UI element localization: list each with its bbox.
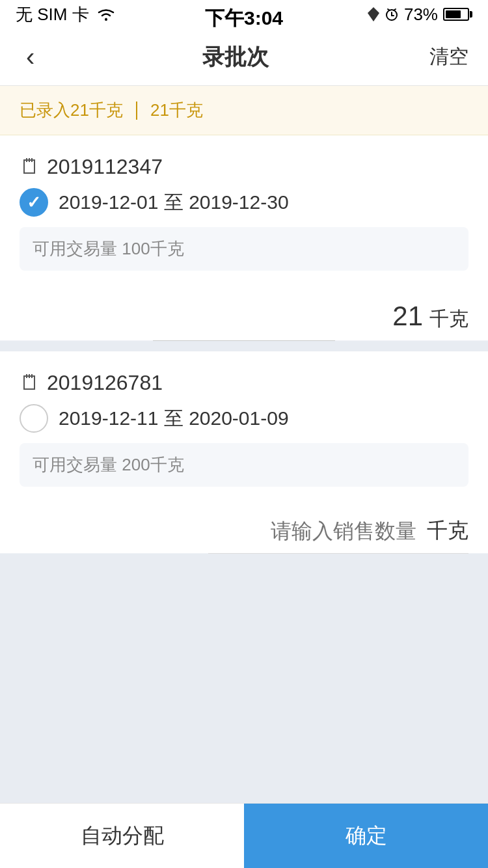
recorded-value: 21千克 [150, 99, 203, 122]
svg-line-4 [388, 9, 390, 10]
batch1-header: 🗒 2019112347 [20, 155, 468, 179]
clear-button[interactable]: 清空 [429, 44, 468, 70]
status-time: 下午3:04 [205, 5, 283, 32]
recorded-label: 已录入21千克 [20, 99, 123, 122]
battery-percent: 73% [404, 5, 438, 25]
confirm-button[interactable]: 确定 [244, 804, 488, 868]
status-right: 73% [368, 5, 472, 25]
batch1-date-row: 2019-12-01 至 2019-12-30 [20, 188, 468, 217]
info-banner: 已录入21千克 21千克 [0, 86, 488, 135]
batch2-available: 可用交易量 200千克 [33, 455, 184, 474]
svg-line-5 [394, 9, 396, 10]
batch1-available-box: 可用交易量 100千克 [20, 227, 468, 271]
bottom-bar: 自动分配 确定 [0, 803, 488, 868]
batch1-id: 2019112347 [47, 155, 163, 179]
batch2-id: 2019126781 [47, 371, 163, 395]
batch1-amount-unit: 千克 [429, 306, 468, 332]
batch2-qty-input[interactable] [208, 519, 416, 543]
back-button[interactable]: ‹ [20, 36, 41, 78]
banner-divider [136, 102, 137, 120]
status-left: 无 SIM 卡 [16, 3, 116, 26]
page-title: 录批次 [202, 42, 269, 72]
batch1-card: 🗒 2019112347 2019-12-01 至 2019-12-30 可用交… [0, 135, 488, 290]
batch2-input-row: 千克 [0, 506, 488, 553]
batch2-icon: 🗒 [20, 371, 40, 395]
batch1-amount-value: 21 [392, 301, 423, 332]
batch2-available-box: 可用交易量 200千克 [20, 443, 468, 487]
batch2-unit: 千克 [427, 517, 468, 545]
batch1-amount-row: 21 千克 [0, 290, 488, 340]
section-divider-1 [0, 341, 488, 351]
batch1-date: 2019-12-01 至 2019-12-30 [59, 189, 289, 216]
nav-bar: ‹ 录批次 清空 [0, 29, 488, 86]
batch2-date: 2019-12-11 至 2020-01-09 [59, 405, 289, 432]
svg-point-0 [105, 18, 107, 21]
batch1-radio[interactable] [20, 188, 48, 217]
carrier-text: 无 SIM 卡 [16, 3, 89, 26]
batch2-card: 🗒 2019126781 2019-12-11 至 2020-01-09 可用交… [0, 351, 488, 506]
batch1-available: 可用交易量 100千克 [33, 239, 184, 258]
page-content: 🗒 2019112347 2019-12-01 至 2019-12-30 可用交… [0, 135, 488, 868]
wifi-icon [96, 7, 116, 21]
batch2-radio[interactable] [20, 404, 48, 433]
location-icon [368, 7, 379, 21]
auto-distribute-button[interactable]: 自动分配 [0, 804, 244, 868]
batch1-icon: 🗒 [20, 155, 40, 179]
batch2-header: 🗒 2019126781 [20, 371, 468, 395]
status-bar: 无 SIM 卡 下午3:04 73% [0, 0, 488, 29]
alarm-icon [385, 7, 399, 21]
battery-icon [443, 8, 472, 21]
batch2-date-row: 2019-12-11 至 2020-01-09 [20, 404, 468, 433]
